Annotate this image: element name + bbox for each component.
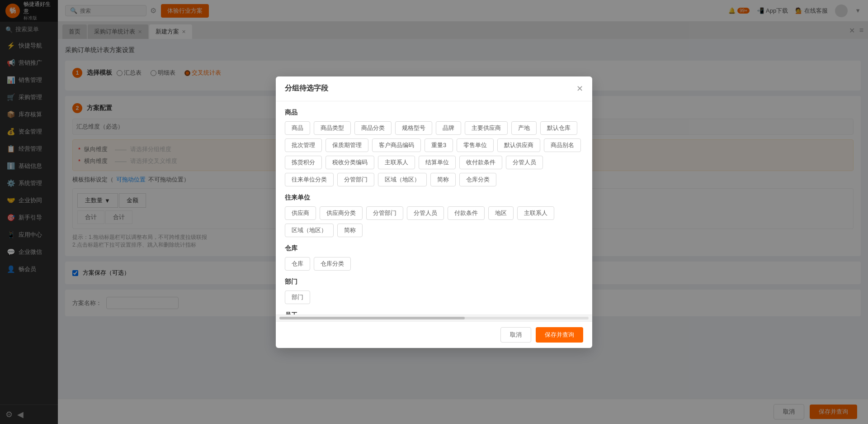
section-partner: 往来单位 供应商 供应商分类 分管部门 分管人员 付款条件 地区 主联系人 区域… [285, 194, 583, 237]
warehouse-field-tags: 仓库 仓库分类 [285, 257, 583, 271]
modal-title: 分组待选字段 [285, 84, 328, 93]
tag-warehouse-cat2[interactable]: 仓库分类 [314, 257, 351, 271]
tag-settlement-unit[interactable]: 结算单位 [419, 156, 456, 169]
tag-goods-alias[interactable]: 商品别名 [544, 138, 581, 152]
modal-hscrollbar[interactable] [276, 314, 592, 321]
section-goods: 商品 商品 商品类型 商品分类 规格型号 品牌 主要供应商 产地 默认仓库 批次… [285, 109, 583, 186]
tag-goods[interactable]: 商品 [285, 121, 310, 135]
tag-main-contact[interactable]: 主联系人 [378, 156, 415, 169]
modal-body: 商品 商品 商品类型 商品分类 规格型号 品牌 主要供应商 产地 默认仓库 批次… [276, 101, 592, 314]
department-field-tags: 部门 [285, 291, 583, 304]
tag-pickup-points[interactable]: 拣货积分 [285, 156, 322, 169]
tag-from-unit-cat[interactable]: 往来单位分类 [285, 173, 334, 186]
section-employee-title: 员工 [285, 311, 583, 314]
tag-default-warehouse[interactable]: 默认仓库 [540, 121, 577, 135]
tag-customer-code[interactable]: 客户商品编码 [372, 138, 421, 152]
tag-dept2[interactable]: 分管部门 [366, 206, 403, 220]
section-department-title: 部门 [285, 278, 583, 286]
tag-weight3[interactable]: 重量3 [425, 138, 453, 152]
section-goods-title: 商品 [285, 109, 583, 117]
tag-short-name2[interactable]: 简称 [337, 224, 363, 237]
hscroll-track[interactable] [279, 317, 589, 319]
modal-cancel-btn[interactable]: 取消 [500, 327, 531, 343]
tag-payment-cond[interactable]: 付款条件 [448, 206, 485, 220]
section-warehouse: 仓库 仓库 仓库分类 [285, 244, 583, 271]
tag-goods-category[interactable]: 商品分类 [354, 121, 392, 135]
section-department: 部门 部门 [285, 278, 583, 304]
tag-goods-type[interactable]: 商品类型 [314, 121, 351, 135]
tag-origin[interactable]: 产地 [511, 121, 537, 135]
modal-group-fields: 分组待选字段 ✕ 商品 商品 商品类型 商品分类 规格型号 品牌 主要供应商 产… [276, 76, 592, 348]
tag-warehouse-cat[interactable]: 仓库分类 [459, 173, 496, 186]
tag-managing-dept[interactable]: 分管部门 [337, 173, 374, 186]
tag-main-contact2[interactable]: 主联系人 [517, 206, 554, 220]
section-employee: 员工 业务员 [285, 311, 583, 314]
section-partner-title: 往来单位 [285, 194, 583, 202]
tag-region2[interactable]: 地区 [488, 206, 514, 220]
modal-close-btn[interactable]: ✕ [576, 84, 583, 94]
tag-brand[interactable]: 品牌 [436, 121, 461, 135]
tag-supplier[interactable]: 供应商 [285, 206, 316, 220]
tag-main-supplier[interactable]: 主要供应商 [465, 121, 508, 135]
tag-tax-code[interactable]: 税收分类编码 [326, 156, 374, 169]
tag-region-area[interactable]: 区域（地区） [378, 173, 427, 186]
goods-field-tags: 商品 商品类型 商品分类 规格型号 品牌 主要供应商 产地 默认仓库 批次管理 … [285, 121, 583, 186]
tag-dept[interactable]: 部门 [285, 291, 310, 304]
modal-confirm-btn[interactable]: 保存并查询 [536, 327, 583, 343]
partner-field-tags: 供应商 供应商分类 分管部门 分管人员 付款条件 地区 主联系人 区域（地区） … [285, 206, 583, 237]
tag-default-supplier[interactable]: 默认供应商 [497, 138, 540, 152]
tag-batch-mgmt[interactable]: 批次管理 [285, 138, 322, 152]
tag-manager[interactable]: 分管人员 [506, 156, 543, 169]
tag-manager2[interactable]: 分管人员 [407, 206, 444, 220]
tag-payment-terms[interactable]: 收付款条件 [459, 156, 502, 169]
tag-short-name[interactable]: 简称 [430, 173, 456, 186]
hscroll-thumb[interactable] [279, 317, 465, 319]
modal-footer: 取消 保存并查询 [276, 321, 592, 348]
tag-expiry-mgmt[interactable]: 保质期管理 [326, 138, 368, 152]
section-warehouse-title: 仓库 [285, 244, 583, 252]
tag-retail-unit[interactable]: 零售单位 [457, 138, 494, 152]
modal-header: 分组待选字段 ✕ [276, 76, 592, 101]
tag-warehouse[interactable]: 仓库 [285, 257, 310, 271]
tag-supplier-cat[interactable]: 供应商分类 [320, 206, 363, 220]
tag-spec-type[interactable]: 规格型号 [395, 121, 432, 135]
tag-region-area2[interactable]: 区域（地区） [285, 224, 334, 237]
